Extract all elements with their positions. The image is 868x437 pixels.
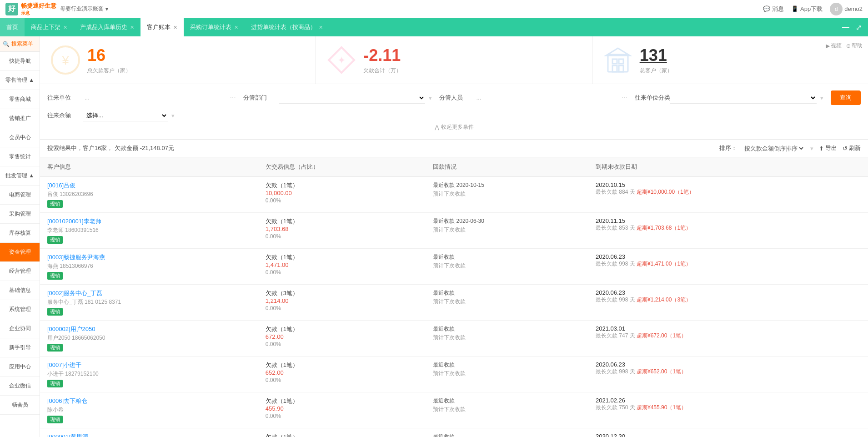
sidebar-item-system[interactable]: 系统管理 [0, 300, 40, 319]
stat-label-customers: 总欠款客户（家） [87, 67, 131, 75]
app-name: 畅捷通好生意 [21, 2, 56, 10]
video-btn[interactable]: ▶ 视频 [826, 42, 842, 50]
table-row: [0001020001]李老师 李老师 18600391516 现销 欠款（1笔… [40, 213, 868, 249]
tab-goods-stats-label: 进货单统计表（按商品） [251, 23, 316, 31]
close-icon[interactable]: ✕ [130, 25, 134, 30]
last-collect: 最近收款 2020-10-15 [433, 181, 581, 189]
sidebar-item-guide[interactable]: 新手引导 [0, 338, 40, 357]
th-customer-info: 客户信息 [40, 157, 258, 177]
sidebar-search[interactable]: 🔍 搜索菜单 [0, 36, 40, 52]
sort-select[interactable]: 按欠款金额倒序排序 [743, 145, 805, 152]
customer-name-link[interactable]: [0007]小进干 [47, 362, 81, 368]
customer-name-link[interactable]: [0002]服务中心_丁磊 [47, 290, 102, 296]
sidebar-item-retail-store[interactable]: 零售商城 [0, 90, 40, 109]
customer-name-link[interactable]: [000002]用户2050 [47, 326, 95, 332]
last-collect: 最近收款 [433, 361, 581, 369]
sidebar-item-label: 会员中心 [9, 134, 31, 141]
tab-home-label: 首页 [6, 23, 18, 31]
sidebar-item-purchase[interactable]: 采购管理 [0, 205, 40, 224]
collapse-btn[interactable]: ⋀ 收起更多条件 [47, 123, 861, 131]
person-more-icon[interactable]: ··· [622, 94, 627, 102]
cell-collection: 最近收款 预计下次收款 [426, 392, 588, 428]
overdue-summary: 最长欠款 884 天 超期¥10,000.00（1笔） [596, 188, 861, 196]
sidebar-item-app-center[interactable]: 应用中心 [0, 357, 40, 377]
search-button[interactable]: 查询 [831, 90, 861, 105]
company-selector[interactable]: 母婴行业演示账套 ▾ [60, 5, 108, 13]
customer-sub: 陈小希 [47, 406, 251, 414]
overdue-amount[interactable]: 超期¥10,000.00（1笔） [637, 189, 694, 195]
overdue-amount[interactable]: 超期¥652.00（1笔） [637, 368, 687, 375]
customer-name-link[interactable]: [0003]畅捷服务尹海燕 [47, 254, 105, 261]
tab-home[interactable]: 首页 [0, 18, 25, 36]
balance-select[interactable]: 选择... [83, 110, 168, 121]
refresh-btn[interactable]: ↺ 刷新 [843, 144, 861, 152]
sidebar-item-quick-nav[interactable]: 快捷导航 [0, 52, 40, 71]
sidebar-item-ecommerce[interactable]: 电商管理 [0, 186, 40, 205]
stat-content-total: 131 总客户（家） [640, 46, 672, 75]
results-info: 搜索结果中，客户16家， 欠款金额 -21,148.07元 [47, 144, 174, 152]
tab-customer-account[interactable]: 客户账本 ✕ [140, 18, 184, 36]
sidebar-item-weixin[interactable]: 企业微信 [0, 377, 40, 396]
sidebar-item-members[interactable]: 会员中心 [0, 128, 40, 147]
message-btn[interactable]: 💬 消息 [763, 5, 784, 13]
cell-debt-info: 欠款（1笔） 455.90 0.00% [258, 392, 426, 428]
sidebar-item-finance[interactable]: 资金管理 [0, 243, 40, 262]
stats-row: ¥ 16 总欠款客户（家） ✦ -2.11 欠款合计（万） [40, 36, 868, 84]
close-icon[interactable]: ✕ [173, 25, 177, 30]
tab-minimize-btn[interactable]: — [840, 21, 851, 33]
last-collect: 最近收款 [433, 433, 581, 437]
cell-customer-info: [0003]畅捷服务尹海燕 海燕 18513066976 现销 [40, 249, 258, 285]
sidebar-item-wholesale[interactable]: 批发管理 ▲ [0, 166, 40, 186]
sidebar-item-operations[interactable]: 经营管理 [0, 262, 40, 281]
unit-category-select[interactable] [670, 92, 817, 104]
next-collect: 预计下次收款 [433, 298, 581, 306]
overdue-amount[interactable]: 超期¥1,214.00（3笔） [637, 296, 691, 303]
app-download-btn[interactable]: 📱 App下载 [791, 5, 823, 13]
sidebar-item-label: 企业协同 [9, 325, 31, 332]
stat-card-customers: ¥ 16 总欠款客户（家） [40, 36, 316, 84]
sidebar-item-retail-mgmt[interactable]: 零售管理 ▲ [0, 71, 40, 90]
sidebar-item-marketing[interactable]: 营销推广 [0, 109, 40, 128]
debt-label: 欠款（1笔） [266, 217, 418, 226]
overdue-amount[interactable]: 超期¥455.90（1笔） [637, 404, 687, 411]
sidebar-item-inventory[interactable]: 库存核算 [0, 224, 40, 243]
cell-collection: 最近收款 预计下次收款 [426, 285, 588, 321]
export-btn[interactable]: ⬆ 导出 [819, 144, 837, 152]
due-date: 2020.06.23 [596, 253, 861, 260]
sort-label: 排序： [719, 144, 737, 152]
sidebar-item-collab[interactable]: 企业协同 [0, 319, 40, 338]
tab-maximize-btn[interactable]: ⤢ [854, 21, 863, 34]
overdue-summary: 最长欠款 747 天 超期¥672.00（1笔） [596, 332, 861, 340]
sidebar-item-retail-stats[interactable]: 零售统计 [0, 147, 40, 166]
overdue-amount[interactable]: 超期¥1,471.00（1笔） [637, 261, 691, 267]
tab-products-listing[interactable]: 商品上下架 ✕ [25, 18, 74, 36]
sidebar-item-member-vip[interactable]: 畅会员 [0, 396, 40, 415]
svg-text:✦: ✦ [337, 55, 346, 66]
overdue-summary: 最长欠款 998 天 超期¥652.00（1笔） [596, 368, 861, 376]
table-header-row: 客户信息 欠交易信息（占比） 回款情况 到期未收款日期 [40, 157, 868, 177]
sidebar-item-basic-info[interactable]: 基础信息 [0, 281, 40, 300]
close-icon[interactable]: ✕ [63, 25, 67, 30]
results-actions: 排序： 按欠款金额倒序排序 ▾ ⬆ 导出 ↺ 刷新 [719, 144, 861, 152]
tab-purchase-stats[interactable]: 采购订单统计表 ✕ [184, 18, 245, 36]
overdue-days: 最长欠款 750 天 [596, 404, 637, 411]
debt-amount: 455.90 [266, 405, 418, 412]
overdue-amount[interactable]: 超期¥1,703.68（1笔） [637, 225, 691, 231]
help-btn[interactable]: ⊙ 帮助 [846, 42, 863, 50]
customer-name-link[interactable]: [0006]去下粮仓 [47, 397, 87, 404]
close-icon[interactable]: ✕ [234, 25, 238, 30]
department-select[interactable] [279, 92, 425, 104]
debt-pct: 0.00% [266, 413, 418, 419]
cell-collection: 最近收款 2020-10-15 预计下次收款 [426, 177, 588, 213]
user-btn[interactable]: d demo2 [830, 3, 863, 15]
tab-goods-stats[interactable]: 进货单统计表（按商品） ✕ [245, 18, 329, 36]
source-unit-more-icon[interactable]: ··· [230, 94, 236, 102]
overdue-amount[interactable]: 超期¥672.00（1笔） [637, 332, 687, 339]
customer-name-link[interactable]: [000001]黄思源 [47, 433, 88, 437]
person-input[interactable] [475, 92, 618, 103]
source-unit-input[interactable] [83, 92, 226, 103]
close-icon[interactable]: ✕ [319, 25, 323, 30]
customer-name-link[interactable]: [0016]吕俊 [47, 182, 75, 189]
tab-production-history[interactable]: 产成品入库单历史 ✕ [74, 18, 140, 36]
customer-name-link[interactable]: [0001020001]李老师 [47, 218, 101, 225]
